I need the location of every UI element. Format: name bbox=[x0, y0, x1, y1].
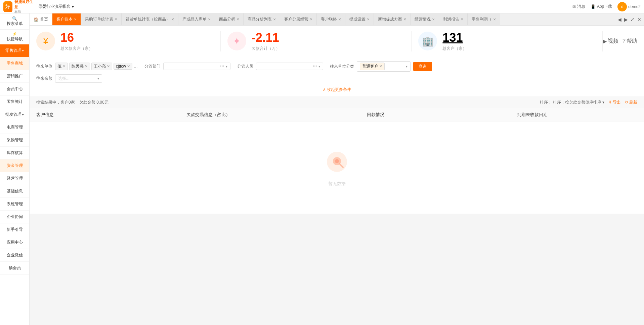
tag-close-icon[interactable]: ✕ bbox=[85, 64, 88, 69]
sort-select[interactable]: 排序： 排序：按欠款金额倒序排序 ▾ bbox=[540, 100, 604, 105]
sidebar-item-guide[interactable]: 新手引导 bbox=[0, 223, 29, 236]
filter-manager-select[interactable]: ••• ▾ bbox=[256, 63, 323, 70]
top-bar: 好 畅捷通好生意 标版 母婴行业演示帐套 ▾ ✉ 消息 📱 App下载 d de… bbox=[0, 0, 644, 13]
filter-balance-label: 往来余额 bbox=[36, 76, 52, 81]
tab-close-icon[interactable]: ✕ bbox=[208, 17, 211, 21]
chevron-down-icon: ▾ bbox=[22, 113, 24, 116]
filter-balance-select[interactable]: 选择... ▾ bbox=[55, 74, 102, 83]
tab-retail-profit[interactable]: 零售利润（ ✕ bbox=[468, 13, 500, 26]
phone-icon: 📱 bbox=[591, 4, 596, 9]
filter-classify-select[interactable]: 普通客户 ✕ ▾ bbox=[357, 61, 411, 72]
sidebar-item-retail-stats[interactable]: 零售统计 bbox=[0, 96, 29, 108]
sidebar-item-retail[interactable]: 零售管理 ▾ bbox=[0, 44, 29, 57]
tab-close-icon[interactable]: ✕ bbox=[493, 17, 496, 21]
query-button[interactable]: 查询 bbox=[413, 62, 432, 71]
tab-home[interactable]: 🏠 首页 bbox=[30, 13, 52, 26]
tag-close-icon[interactable]: ✕ bbox=[62, 64, 66, 69]
sidebar-nav[interactable]: ⚡ 快捷导航 bbox=[0, 30, 29, 44]
tab-close-icon[interactable]: ✕ bbox=[237, 17, 239, 21]
sidebar-item-finance[interactable]: 资金管理 bbox=[0, 159, 29, 172]
sidebar-search[interactable]: 🔍 搜索菜单 bbox=[0, 13, 29, 30]
sidebar-item-retail-mall[interactable]: 零售商城 bbox=[0, 57, 29, 70]
tab-customer-layer[interactable]: 客户分层经营 ✕ bbox=[280, 13, 317, 26]
account-dropdown[interactable]: 母婴行业演示帐套 ▾ bbox=[36, 4, 77, 9]
tab-close-icon[interactable]: ✕ bbox=[74, 17, 77, 21]
tab-close-icon[interactable]: ✕ bbox=[310, 17, 312, 21]
results-bar-right: 排序： 排序：按欠款金额倒序排序 ▾ ⬇ 导出 ↻ 刷新 bbox=[540, 100, 637, 105]
collapse-button[interactable]: ∧ 收起更多条件 bbox=[36, 87, 637, 93]
tab-expand-icon[interactable]: ⤢ bbox=[631, 17, 635, 22]
export-button[interactable]: ⬇ 导出 bbox=[608, 100, 621, 105]
stat-total-debt-amount: ✦ -2.11 欠款合计（万） bbox=[221, 31, 412, 51]
manager-dots-icon: ••• bbox=[313, 64, 317, 69]
sidebar-item-member[interactable]: 畅会员 bbox=[0, 262, 29, 275]
video-help-link[interactable]: ▶ 视频 bbox=[603, 38, 618, 45]
chevron-down-icon: ▾ bbox=[72, 4, 74, 9]
filters-section: 往来单位 佤 ✕ 陈民强 ✕ 王小亮 ✕ bbox=[30, 57, 644, 97]
sidebar: 🔍 搜索菜单 ⚡ 快捷导航 零售管理 ▾ 零售商城 营销推广 会员中心 零售统计… bbox=[0, 13, 30, 325]
tab-product-instock[interactable]: 产成品入库单 ✕ bbox=[178, 13, 215, 26]
filter-tag-unit2[interactable]: 陈民强 ✕ bbox=[69, 63, 90, 70]
tab-next-icon[interactable]: ▶ bbox=[624, 17, 628, 22]
tab-goods-analysis-list[interactable]: 商品分析列表 ✕ bbox=[244, 13, 280, 26]
user-avatar-button[interactable]: d demo2 bbox=[617, 2, 641, 11]
sidebar-item-system[interactable]: 系统管理 bbox=[0, 198, 29, 211]
sidebar-item-ecommerce[interactable]: 电商管理 bbox=[0, 121, 29, 134]
logo-icon: 好 bbox=[3, 1, 12, 12]
sidebar-item-wholesale[interactable]: 批发管理 ▾ bbox=[0, 108, 29, 121]
tab-close-icon[interactable]: ✕ bbox=[461, 17, 463, 21]
tab-purchase-stats[interactable]: 进货单统计表（按商品） ✕ bbox=[122, 13, 178, 26]
tab-prev-icon[interactable]: ◀ bbox=[618, 17, 621, 22]
sidebar-item-inventory[interactable]: 库存核算 bbox=[0, 147, 29, 159]
refresh-icon: ↻ bbox=[625, 100, 628, 105]
filter-tag-unit1[interactable]: 佤 ✕ bbox=[55, 63, 68, 70]
sort-arrow-icon: ▾ bbox=[602, 100, 604, 105]
tab-close-all-icon[interactable]: ✕ bbox=[637, 17, 641, 22]
tab-customer-contact[interactable]: 客户联络 ✕ bbox=[317, 13, 345, 26]
sidebar-item-marketing[interactable]: 营销推广 bbox=[0, 70, 29, 83]
help-link[interactable]: ? 帮助 bbox=[622, 38, 637, 45]
stat-value-debtors: 16 bbox=[60, 31, 93, 44]
tab-controls: ◀ ▶ ⤢ ✕ bbox=[615, 17, 644, 22]
tab-close-icon[interactable]: ✕ bbox=[403, 17, 406, 21]
filter-dept-select[interactable]: ••• ▾ bbox=[163, 63, 230, 70]
tab-close-icon[interactable]: ✕ bbox=[338, 17, 341, 21]
tab-commission-settings[interactable]: 提成设置 ✕ bbox=[345, 13, 374, 26]
tab-business[interactable]: 经营情况 ✕ bbox=[411, 13, 439, 26]
table-section: 客户信息 欠款交易信息（占比） 回款情况 到期未收款日期 暂无数据 bbox=[30, 108, 644, 214]
tag-close-icon[interactable]: ✕ bbox=[107, 64, 110, 69]
classify-tag[interactable]: 普通客户 ✕ bbox=[360, 63, 385, 70]
refresh-button[interactable]: ↻ 刷新 bbox=[625, 100, 637, 105]
sidebar-item-membership[interactable]: 会员中心 bbox=[0, 83, 29, 96]
tab-customer-ledger[interactable]: 客户账本 ✕ bbox=[52, 13, 81, 26]
sidebar-item-enterprise[interactable]: 企业协同 bbox=[0, 211, 29, 223]
app-download-button[interactable]: 📱 App下载 bbox=[591, 4, 612, 9]
tab-profit-report[interactable]: 利润报告 ✕ bbox=[439, 13, 468, 26]
tab-close-icon[interactable]: ✕ bbox=[115, 17, 117, 21]
filter-tag-unit3[interactable]: 王小亮 ✕ bbox=[91, 63, 112, 70]
tab-close-icon[interactable]: ✕ bbox=[273, 17, 276, 21]
filter-tag-unit4[interactable]: cjttcw ✕ bbox=[114, 63, 132, 70]
message-button[interactable]: ✉ 消息 bbox=[572, 4, 585, 9]
classify-tag-close-icon[interactable]: ✕ bbox=[379, 64, 382, 69]
home-icon: 🏠 bbox=[34, 17, 39, 22]
export-icon: ⬇ bbox=[608, 100, 612, 105]
sidebar-item-operations[interactable]: 经营管理 bbox=[0, 172, 29, 185]
sidebar-item-app-center[interactable]: 应用中心 bbox=[0, 236, 29, 249]
more-tags-button[interactable]: ... bbox=[134, 64, 138, 69]
sidebar-item-purchase[interactable]: 采购管理 bbox=[0, 134, 29, 147]
tab-close-icon[interactable]: ✕ bbox=[171, 17, 174, 21]
nav-icon: ⚡ bbox=[12, 32, 17, 36]
tag-close-icon[interactable]: ✕ bbox=[127, 64, 130, 69]
dept-arrow-icon: ▾ bbox=[226, 65, 227, 68]
sidebar-item-wechat[interactable]: 企业微信 bbox=[0, 249, 29, 262]
tab-new-commission[interactable]: 新增提成方案 ✕ bbox=[374, 13, 411, 26]
tab-close-icon[interactable]: ✕ bbox=[367, 17, 370, 21]
tab-purchase-order[interactable]: 采购订单统计表 ✕ bbox=[81, 13, 122, 26]
logo-area: 好 畅捷通好生意 标版 bbox=[3, 0, 33, 14]
tab-close-icon[interactable]: ✕ bbox=[432, 17, 435, 21]
tab-goods-analysis[interactable]: 商品分析 ✕ bbox=[215, 13, 244, 26]
table-col-debt-info: 欠款交易信息（占比） bbox=[186, 112, 367, 118]
table-col-date-info: 到期未收款日期 bbox=[517, 112, 637, 118]
sidebar-item-basic-info[interactable]: 基础信息 bbox=[0, 185, 29, 198]
